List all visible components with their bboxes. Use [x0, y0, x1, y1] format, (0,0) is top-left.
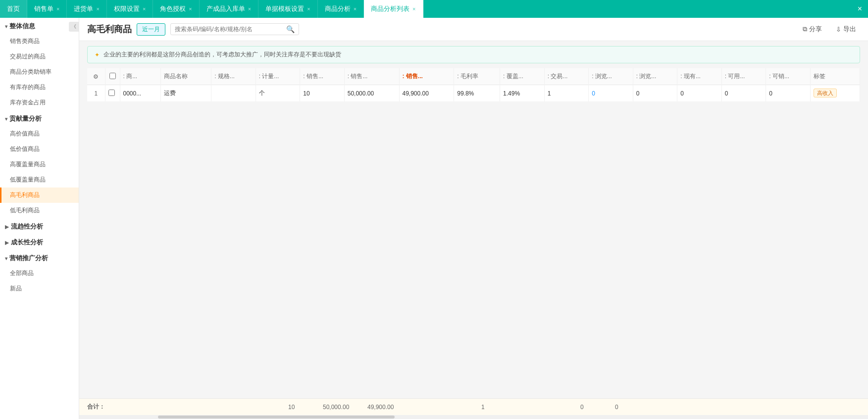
row-sales-amt1: 50,000.00: [344, 85, 399, 102]
scrollbar-thumb[interactable]: [158, 416, 395, 419]
sidebar-item-all-goods[interactable]: 全部商品: [0, 266, 79, 281]
sidebar-collapse-button[interactable]: 《: [69, 22, 79, 32]
totals-available: 0: [612, 404, 647, 411]
totals-current: 0: [577, 404, 612, 411]
share-button[interactable]: ⧉ 分享: [799, 23, 826, 36]
close-analysis-list-tab[interactable]: ×: [412, 6, 415, 12]
totals-label: 合计：: [87, 403, 105, 411]
sidebar-group-trend[interactable]: ▶ 流趋性分析: [0, 218, 79, 234]
sidebar-item-stock-capital[interactable]: 库存资金占用: [0, 95, 79, 110]
search-box[interactable]: 🔍: [170, 23, 299, 35]
row-spec: [211, 85, 256, 102]
col-view1-header[interactable]: : 浏览...: [589, 68, 633, 85]
table-container[interactable]: ⚙ : 商... 商品名称 : 规格...: [79, 68, 868, 398]
marketing-arrow-icon: ▾: [5, 256, 7, 261]
sidebar-item-high-value[interactable]: 高价值商品: [0, 126, 79, 141]
sidebar-group-marketing[interactable]: ▾ 营销推广分析: [0, 250, 79, 266]
col-current-header[interactable]: : 现有...: [677, 68, 722, 85]
row-checkbox[interactable]: [108, 90, 115, 96]
close-sales-tab[interactable]: ×: [56, 6, 59, 12]
sidebar-item-high-coverage[interactable]: 高覆盖量商品: [0, 157, 79, 172]
row-saleable: 0: [766, 85, 811, 102]
row-view1-link[interactable]: 0: [592, 90, 595, 97]
tab-template[interactable]: 单据模板设置 ×: [258, 0, 317, 18]
col-sales-amt1-header[interactable]: : 销售...: [344, 68, 399, 85]
tab-home[interactable]: 首页: [0, 0, 27, 18]
sidebar-group-growth[interactable]: ▶ 成长性分析: [0, 234, 79, 250]
tab-analysis-list[interactable]: 商品分析列表 ×: [364, 0, 423, 18]
main-layout: 《 ▾ 整体信息 销售类商品 交易过的商品 商品分类助销率 有库存的商品 库存资…: [0, 18, 868, 419]
row-unit: 个: [255, 85, 300, 102]
content-area: 高毛利商品 近一月 🔍 ⧉ 分享 ⇩ 导出 ✦ 企业的主要的利润都是这部分商品创…: [79, 18, 868, 419]
star-icon: ✦: [95, 51, 100, 58]
search-icon[interactable]: 🔍: [286, 25, 295, 33]
filter-last-month-button[interactable]: 近一月: [137, 23, 165, 36]
col-sales-amt2-header[interactable]: : 销售...: [399, 68, 454, 85]
sidebar-item-low-coverage[interactable]: 低覆盖量商品: [0, 172, 79, 187]
row-view2: 0: [633, 85, 677, 102]
row-current: 0: [677, 85, 722, 102]
sidebar-item-low-margin[interactable]: 低毛利商品: [0, 203, 79, 218]
export-button[interactable]: ⇩ 导出: [832, 23, 860, 36]
footer-scrollbar[interactable]: [79, 415, 868, 419]
overall-arrow-icon: ▾: [5, 24, 7, 29]
totals-sales-amt2: 49,900.00: [364, 404, 409, 411]
col-unit-header[interactable]: : 计量...: [255, 68, 300, 85]
sidebar-item-traded-goods[interactable]: 交易过的商品: [0, 49, 79, 64]
row-checkbox-cell: [105, 85, 120, 102]
sidebar-item-new-goods[interactable]: 新品: [0, 281, 79, 296]
sidebar-item-high-margin[interactable]: 高毛利商品: [0, 187, 79, 203]
col-saleable-header[interactable]: : 可销...: [766, 68, 811, 85]
row-name: 运费: [161, 85, 211, 102]
col-trade-header[interactable]: : 交易...: [544, 68, 589, 85]
col-name-header[interactable]: 商品名称: [161, 68, 211, 85]
export-icon: ⇩: [836, 26, 841, 33]
col-available-header[interactable]: : 可用...: [721, 68, 766, 85]
tab-analysis[interactable]: 商品分析 ×: [318, 0, 364, 18]
sidebar-item-in-stock[interactable]: 有库存的商品: [0, 80, 79, 95]
col-tag-header[interactable]: 标签: [810, 68, 860, 85]
sidebar-group-overall[interactable]: ▾ 整体信息: [0, 18, 79, 34]
row-sales-amt2: 49,900.00: [399, 85, 454, 102]
col-settings[interactable]: ⚙: [87, 68, 105, 85]
share-icon: ⧉: [803, 25, 807, 33]
sidebar-item-low-value[interactable]: 低价值商品: [0, 141, 79, 157]
tab-purchase[interactable]: 进货单 ×: [67, 0, 106, 18]
sidebar-group-contribution[interactable]: ▾ 贡献量分析: [0, 110, 79, 126]
close-template-tab[interactable]: ×: [307, 6, 310, 12]
col-checkbox: [105, 68, 120, 85]
tab-warehouse[interactable]: 产成品入库单 ×: [200, 0, 258, 18]
tab-roles[interactable]: 角色授权 ×: [153, 0, 199, 18]
col-view2-header[interactable]: : 浏览...: [633, 68, 677, 85]
close-warehouse-tab[interactable]: ×: [248, 6, 251, 12]
totals-sales-amt1: 50,000.00: [320, 404, 364, 411]
header-actions: ⧉ 分享 ⇩ 导出: [799, 23, 860, 36]
page-title: 高毛利商品: [87, 23, 132, 35]
col-margin-header[interactable]: : 毛利率: [454, 68, 500, 85]
tab-sales[interactable]: 销售单 ×: [27, 0, 67, 18]
close-all-tabs-button[interactable]: ×: [852, 4, 868, 13]
search-input[interactable]: [175, 26, 286, 33]
row-index: 1: [87, 85, 105, 102]
sidebar-item-sales-goods[interactable]: 销售类商品: [0, 34, 79, 49]
col-coverage-header[interactable]: : 覆盖...: [500, 68, 545, 85]
select-all-checkbox[interactable]: [109, 73, 116, 79]
settings-icon[interactable]: ⚙: [93, 73, 99, 80]
content-header: 高毛利商品 近一月 🔍 ⧉ 分享 ⇩ 导出: [79, 18, 868, 41]
tab-permissions[interactable]: 权限设置 ×: [107, 0, 153, 18]
close-purchase-tab[interactable]: ×: [96, 6, 99, 12]
col-sales-qty-header[interactable]: : 销售...: [300, 68, 345, 85]
close-roles-tab[interactable]: ×: [189, 6, 192, 12]
sidebar-item-category-rate[interactable]: 商品分类助销率: [0, 64, 79, 80]
row-coverage: 1.49%: [500, 85, 545, 102]
row-view1: 0: [589, 85, 633, 102]
table-header-row: ⚙ : 商... 商品名称 : 规格...: [87, 68, 860, 85]
sidebar: 《 ▾ 整体信息 销售类商品 交易过的商品 商品分类助销率 有库存的商品 库存资…: [0, 18, 79, 419]
close-analysis-tab[interactable]: ×: [354, 6, 357, 12]
col-spec-header[interactable]: : 规格...: [211, 68, 256, 85]
col-code-header[interactable]: : 商...: [120, 68, 161, 85]
footer-totals: 合计： 10 50,000.00 49,900.00 1 0 0: [79, 398, 868, 415]
close-permissions-tab[interactable]: ×: [143, 6, 146, 12]
row-code: 0000...: [120, 85, 161, 102]
tag-badge: 高收入: [814, 89, 837, 97]
